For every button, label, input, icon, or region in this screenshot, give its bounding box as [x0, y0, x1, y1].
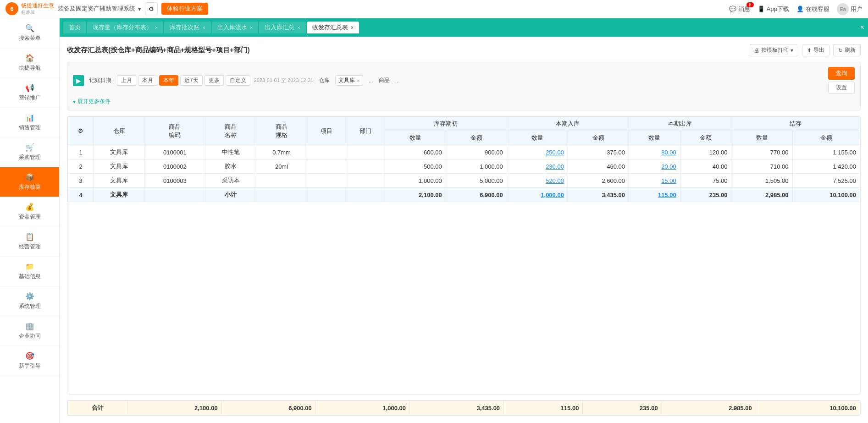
- sidebar-item-system[interactable]: ⚙️ 系统管理: [0, 286, 59, 316]
- export-icon: ⬆: [807, 47, 812, 54]
- dropdown-arrow-icon: ▾: [138, 5, 141, 12]
- settings-button[interactable]: ⚙: [145, 2, 158, 15]
- sidebar-item-search[interactable]: 🔍 搜索菜单: [0, 18, 59, 48]
- row-spec: [256, 188, 307, 202]
- tab-stock-dist[interactable]: 现存量（库存分布表） ×: [87, 22, 163, 33]
- enterprise-icon: 🏢: [25, 322, 34, 330]
- row-opening-amt: 1,000.00: [446, 159, 507, 174]
- avatar: Ea: [837, 3, 849, 15]
- try-button[interactable]: 体验行业方案: [161, 3, 208, 15]
- sidebar-item-basic[interactable]: 📁 基础信息: [0, 257, 59, 286]
- row-out-qty[interactable]: 115.00: [629, 188, 680, 202]
- filter-toggle-button[interactable]: ▶: [73, 75, 84, 86]
- footer-balance-qty: 2,985.00: [662, 401, 756, 415]
- message-button[interactable]: 💬 消息 6: [729, 5, 750, 13]
- message-icon: 💬: [729, 5, 736, 12]
- footer-in-qty: 1,000.00: [315, 401, 409, 415]
- row-code: [144, 188, 205, 202]
- export-button[interactable]: ⬆ 导出: [802, 44, 829, 56]
- operations-icon: 📋: [25, 232, 34, 241]
- tab-inout-flow-close[interactable]: ×: [250, 25, 253, 30]
- warehouse-tag-close[interactable]: ×: [357, 78, 359, 83]
- row-spec: 20ml: [256, 159, 307, 174]
- tab-inout-summary-label: 出入库汇总: [265, 23, 294, 32]
- row-in-qty[interactable]: 230.00: [507, 159, 568, 174]
- row-no: 4: [68, 188, 94, 202]
- warehouse-filter-label: 仓库: [319, 77, 330, 84]
- warehouse-more[interactable]: ...: [369, 77, 373, 84]
- table-row: 3文具库0100003采访本1,000.005,000.00520.002,60…: [68, 174, 860, 188]
- tab-recv-send[interactable]: 收发存汇总表 ×: [307, 22, 359, 33]
- row-opening-qty: 1,000.00: [385, 174, 446, 188]
- row-dept: [346, 145, 385, 159]
- row-out-amt: 75.00: [680, 174, 731, 188]
- tab-home[interactable]: 首页: [63, 22, 86, 33]
- date-btn-last-month[interactable]: 上月: [117, 75, 136, 86]
- content-area: 首页 现存量（库存分布表） × 库存批次账 × 出入库流水 × 出入库汇总 × …: [60, 18, 868, 423]
- gear-icon: ⚙: [149, 5, 154, 12]
- query-button[interactable]: 查询: [828, 67, 855, 80]
- row-in-qty[interactable]: 250.00: [507, 145, 568, 159]
- col-balance-amt: 金额: [792, 131, 860, 145]
- table-row: 2文具库0100002胶水20ml500.001,000.00230.00460…: [68, 159, 860, 174]
- col-settings[interactable]: ⚙: [68, 117, 94, 145]
- filter-expand-row: ▾ 展开更多条件: [73, 98, 855, 105]
- row-name: 中性笔: [205, 145, 256, 159]
- tab-bar: 首页 现存量（库存分布表） × 库存批次账 × 出入库流水 × 出入库汇总 × …: [60, 18, 868, 37]
- app-download-button[interactable]: 📱 App下载: [757, 5, 789, 13]
- refresh-button[interactable]: ↻ 刷新: [833, 44, 861, 56]
- row-opening-qty: 600.00: [385, 145, 446, 159]
- row-in-amt: 375.00: [568, 145, 629, 159]
- sidebar-label-system: 系统管理: [19, 302, 41, 310]
- user-button[interactable]: Ea 用户: [837, 3, 862, 15]
- tab-stock-dist-close[interactable]: ×: [155, 25, 158, 30]
- tab-bar-close[interactable]: ×: [860, 23, 864, 32]
- col-out-qty: 数量: [629, 131, 680, 145]
- settings-filter-button[interactable]: 设置: [828, 82, 855, 94]
- tab-inout-summary-close[interactable]: ×: [297, 25, 300, 30]
- date-btn-7days[interactable]: 近7天: [180, 75, 203, 86]
- sidebar-item-purchase[interactable]: 🛒 采购管理: [0, 137, 59, 167]
- sidebar-item-inventory[interactable]: 📦 库存核算: [0, 167, 59, 197]
- sidebar-item-finance[interactable]: 💰 资金管理: [0, 197, 59, 227]
- row-no: 2: [68, 159, 94, 174]
- logo-sub: 标准版: [21, 9, 54, 16]
- row-no: 3: [68, 174, 94, 188]
- sidebar-item-sales[interactable]: 📊 销售管理: [0, 108, 59, 137]
- row-out-qty[interactable]: 15.00: [629, 174, 680, 188]
- row-in-qty[interactable]: 520.00: [507, 174, 568, 188]
- expand-conditions-button[interactable]: ▾ 展开更多条件: [73, 98, 111, 105]
- sidebar-item-quick[interactable]: 🏠 快捷导航: [0, 48, 59, 78]
- tab-inout-summary[interactable]: 出入库汇总 ×: [259, 22, 305, 33]
- date-btn-this-month[interactable]: 本月: [138, 75, 157, 86]
- tab-inout-flow[interactable]: 出入库流水 ×: [212, 22, 258, 33]
- sidebar-item-newbie[interactable]: 🎯 新手引导: [0, 346, 59, 376]
- sidebar-item-marketing[interactable]: 📢 营销推广: [0, 78, 59, 108]
- goods-more[interactable]: ...: [395, 77, 400, 84]
- row-dept: [346, 174, 385, 188]
- row-out-qty[interactable]: 20.00: [629, 159, 680, 174]
- tab-batch-label: 库存批次账: [170, 23, 199, 32]
- col-out-amt: 金额: [680, 131, 731, 145]
- date-btn-this-year[interactable]: 本年: [159, 75, 178, 86]
- tab-recv-send-close[interactable]: ×: [351, 25, 354, 30]
- row-in-qty[interactable]: 1,000.00: [507, 188, 568, 202]
- print-icon: 🖨: [754, 47, 759, 54]
- online-service-button[interactable]: 👤 在线客服: [796, 5, 829, 13]
- tab-batch[interactable]: 库存批次账 ×: [164, 22, 210, 33]
- data-table: ⚙ 仓库 商品编码 商品名称 商品规格 项目 部门 库存期初 本期入库 本期出库…: [67, 116, 860, 202]
- row-opening-amt: 5,000.00: [446, 174, 507, 188]
- sidebar-item-operations[interactable]: 📋 经营管理: [0, 227, 59, 257]
- row-out-qty[interactable]: 80.00: [629, 145, 680, 159]
- page-title: 收发存汇总表(按仓库+商品编码+商品+规格型号+项目+部门): [67, 46, 250, 55]
- tab-batch-close[interactable]: ×: [202, 25, 205, 30]
- date-btn-more[interactable]: 更多: [205, 75, 224, 86]
- table-row: 4文具库小计2,100.006,900.001,000.003,435.0011…: [68, 188, 860, 202]
- warehouse-tag[interactable]: 文具库 ×: [335, 75, 363, 86]
- date-btn-custom[interactable]: 自定义: [226, 75, 250, 86]
- page-header: 收发存汇总表(按仓库+商品编码+商品+规格型号+项目+部门) 🖨 按模板打印 ▾…: [67, 44, 861, 56]
- table-row: 1文具库0100001中性笔0.7mm600.00900.00250.00375…: [68, 145, 860, 159]
- footer-balance-amt: 10,100.00: [756, 401, 860, 415]
- print-button[interactable]: 🖨 按模板打印 ▾: [749, 44, 798, 56]
- sidebar-item-enterprise[interactable]: 🏢 企业协同: [0, 316, 59, 346]
